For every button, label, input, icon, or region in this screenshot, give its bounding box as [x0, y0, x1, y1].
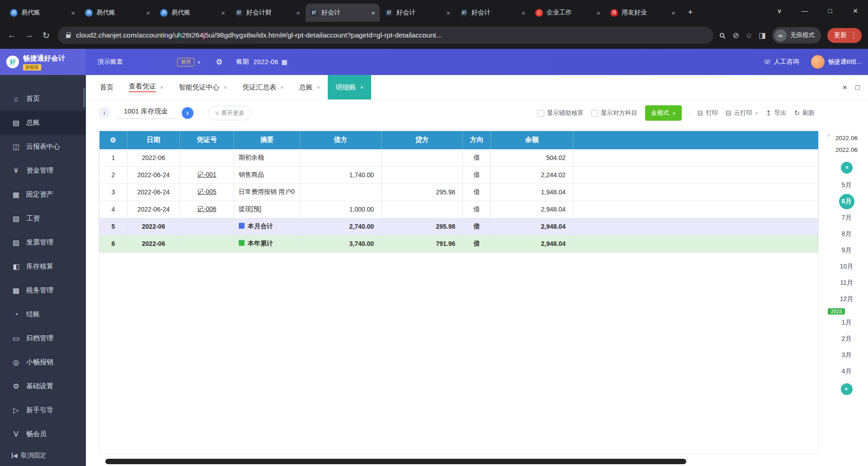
sidebar-item-home[interactable]: ⌂ 首页 [0, 87, 86, 111]
voucher-link[interactable]: 记-006 [197, 205, 216, 212]
tab-close-icon[interactable]: × [280, 84, 284, 91]
show-counter-checkbox[interactable]: 显示对方科目 [591, 109, 637, 117]
browser-tab[interactable]: 易 易代账 × [80, 4, 155, 22]
sidebar-item-guide[interactable]: ▷ 新手引导 [0, 398, 86, 422]
browser-tab[interactable]: 好 好会计 × [456, 4, 530, 22]
tab-close-icon[interactable]: × [596, 9, 600, 16]
window-close-button[interactable]: × [843, 0, 868, 22]
sidebar-item-closing[interactable]: ◔ 结账 [0, 302, 86, 326]
new-tab-button[interactable]: + [684, 5, 697, 19]
table-row[interactable]: 52022-06本月合计2,740.00295.98借2,948.04 [99, 218, 818, 235]
timeline-month[interactable]: 7月 [842, 210, 852, 226]
tab-close-icon[interactable]: × [146, 9, 150, 16]
table-row[interactable]: 42022-06-24记-006提现[预]1,000.00借2,948.04 [99, 201, 818, 218]
sidebar-item-tax[interactable]: ▩ 税务管理 [0, 278, 86, 302]
url-text[interactable]: cloud2.chanjet.com/accounting/uh26t264j5… [76, 31, 442, 39]
voucher-link[interactable]: 记-001 [197, 171, 216, 178]
tab-close-icon[interactable]: × [671, 9, 675, 16]
account-set-chevron-icon[interactable]: ∨ [197, 60, 200, 65]
period-value[interactable]: 2022-06 [254, 58, 278, 66]
fullscreen-icon[interactable]: □ [855, 83, 860, 92]
tab-close-icon[interactable]: × [296, 9, 300, 16]
account-selector[interactable]: 1001 库存现金 [117, 107, 175, 119]
collapse-panel-icon[interactable]: » [827, 132, 830, 138]
browser-menu-icon[interactable]: ⋮ [850, 31, 857, 39]
timeline-month[interactable]: 10月 [840, 259, 854, 275]
reload-button[interactable]: ↻ [41, 30, 52, 41]
tab-close-icon[interactable]: × [71, 9, 75, 16]
sidebar-item-membership[interactable]: Ⅴ 畅会员 [0, 422, 86, 446]
timeline-month[interactable]: 12月 [840, 291, 854, 307]
unpin-sidebar-button[interactable]: ◀ 取消固定 [12, 452, 46, 460]
horizontal-scrollbar[interactable] [105, 459, 686, 464]
timeline-month[interactable]: 4月 [842, 363, 852, 380]
sidebar-item-settings[interactable]: ⚙ 基础设置 [0, 374, 86, 398]
side-panel-icon[interactable]: ◨ [759, 31, 766, 40]
settings-gear-icon[interactable]: ⚙ [216, 57, 222, 67]
tab-close-icon[interactable]: × [446, 9, 450, 16]
browser-update-button[interactable]: 更新 ⋮ [827, 28, 862, 43]
incognito-badge[interactable]: ∞ 无痕模式 [772, 27, 821, 43]
tab-close-icon[interactable]: × [221, 9, 225, 16]
timeline-month[interactable]: 1月 [842, 315, 852, 331]
timeline-month[interactable]: 6月 [839, 194, 854, 209]
print-button[interactable]: ⊟ 打印 [698, 109, 718, 117]
sidebar-item-fixed-assets[interactable]: ▦ 固定资产 [0, 183, 86, 207]
workspace-tab[interactable]: 查看凭证 × [121, 75, 171, 99]
browser-tab[interactable]: 用 用友好业 × [606, 4, 680, 22]
close-all-tabs-icon[interactable]: × [843, 83, 847, 92]
sidebar-item-funds[interactable]: ¥ 资金管理 [0, 159, 86, 183]
sidebar-item-general-ledger[interactable]: ▤ 总账 [0, 111, 86, 135]
timeline-month[interactable]: 9月 [842, 242, 852, 259]
browser-tab[interactable]: 易 易代账 × [5, 4, 80, 22]
bookmark-star-icon[interactable]: ☆ [745, 31, 752, 40]
expand-more-button[interactable]: ∨ 展开更多 [208, 106, 251, 120]
cloud-print-button[interactable]: ⊟ 云打印 ∨ [726, 109, 758, 117]
tab-close-icon[interactable]: × [317, 84, 321, 91]
tab-close-icon[interactable]: × [224, 84, 227, 91]
timeline-month[interactable]: 3月 [842, 347, 852, 363]
browser-tab[interactable]: C 企业工作 × [531, 4, 605, 22]
table-row[interactable]: 22022-06-24记-001销售商品1,740.00借2,244.02 [99, 166, 818, 184]
calendar-icon[interactable]: ▦ [281, 58, 287, 66]
tab-search-icon[interactable]: ∨ [767, 0, 792, 22]
export-button[interactable]: ↥ 导出 [766, 109, 787, 117]
browser-tab[interactable]: 好 好会计财 × [231, 4, 305, 22]
workspace-tab[interactable]: 智能凭证中心 × [171, 75, 235, 99]
refresh-button[interactable]: ↻ 刷新 [794, 109, 815, 117]
tab-close-icon[interactable]: × [371, 9, 375, 16]
show-aux-checkbox[interactable]: 显示辅助核算 [538, 109, 584, 117]
maximize-button[interactable]: □ [817, 0, 843, 22]
table-row[interactable]: 62022-06本年累计3,740.00791.96借2,948.04 [99, 235, 818, 252]
timeline-month[interactable]: 2月 [842, 331, 852, 347]
scroll-months-up-button[interactable]: » [841, 162, 853, 174]
sidebar-scrollbar[interactable] [83, 88, 85, 108]
workspace-tab[interactable]: 明细账 × [328, 75, 371, 99]
prev-account-button[interactable]: ‹ [99, 107, 110, 119]
sidebar-item-cloud-reports[interactable]: ◫ 云报表中心 [0, 135, 86, 159]
table-row[interactable]: 32022-06-24记-005日常费用报销 用户0295.98借1,948.0… [99, 184, 818, 201]
sidebar-item-reimburse[interactable]: ◎ 小畅报销 [0, 350, 86, 374]
back-button[interactable]: ← [6, 30, 17, 40]
minimize-button[interactable]: — [792, 0, 817, 22]
voucher-link[interactable]: 记-005 [197, 188, 216, 195]
workspace-tab[interactable]: 总账 × [292, 75, 328, 99]
timeline-month[interactable]: 8月 [842, 226, 852, 242]
sidebar-item-invoices[interactable]: ▨ 发票管理 [0, 231, 86, 254]
next-account-button[interactable]: › [182, 107, 193, 119]
browser-tab[interactable]: 易 易代账 × [156, 4, 230, 22]
sidebar-item-archive[interactable]: ▭ 归档管理 [0, 326, 86, 350]
browser-tab[interactable]: 好 好会计 × [306, 4, 380, 22]
checkbox-icon[interactable] [538, 110, 544, 117]
checkbox-icon[interactable] [591, 110, 598, 117]
tab-close-icon[interactable]: × [521, 9, 525, 16]
eye-blocked-icon[interactable]: ⊘ [732, 31, 739, 40]
support-entry[interactable]: ☏ 人工咨询 [763, 58, 799, 66]
user-name[interactable]: 畅捷通B组... [828, 58, 862, 66]
workspace-tab[interactable]: 凭证汇总表 × [235, 75, 292, 99]
account-set-name[interactable]: 演示账套 [98, 58, 123, 66]
scroll-months-down-button[interactable]: » [841, 383, 853, 395]
table-row[interactable]: 12022-06期初余额借504.02 [99, 149, 818, 166]
browser-tab[interactable]: 好 好会计 × [381, 4, 455, 22]
timeline-month[interactable]: 11月 [840, 275, 853, 291]
